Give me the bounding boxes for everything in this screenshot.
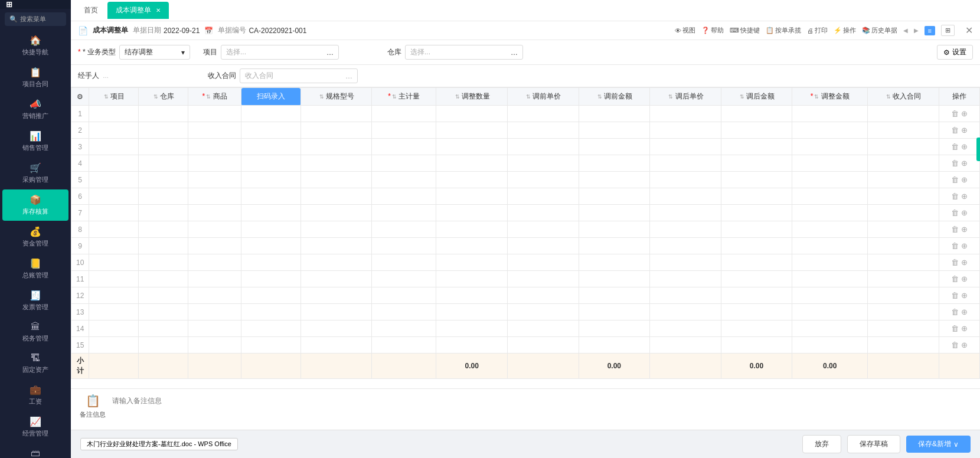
delete-row-btn[interactable]: 🗑 bbox=[951, 208, 959, 217]
delete-row-btn[interactable]: 🗑 bbox=[951, 341, 959, 349]
sidebar-item-inventory[interactable]: 📦库存核算 bbox=[2, 189, 68, 221]
cell-after-price[interactable] bbox=[650, 337, 721, 354]
cell-spectype[interactable] bbox=[300, 139, 372, 155]
cell-scan[interactable] bbox=[241, 106, 300, 122]
cell-income-contract[interactable] bbox=[868, 238, 939, 254]
cell-spectype[interactable] bbox=[300, 205, 372, 221]
cell-warehouse[interactable] bbox=[139, 205, 188, 221]
cell-before-price[interactable] bbox=[507, 122, 579, 139]
sidebar-item-finance[interactable]: 💰资金管理 bbox=[2, 221, 68, 253]
cell-after-amt[interactable] bbox=[721, 320, 792, 337]
sidebar-item-procurement[interactable]: 🛒采购管理 bbox=[2, 158, 68, 189]
sidebar-item-payroll[interactable]: 💼工资 bbox=[2, 380, 68, 411]
delete-row-btn[interactable]: 🗑 bbox=[951, 192, 959, 201]
cell-project[interactable] bbox=[89, 205, 139, 221]
tab-home[interactable]: 首页 bbox=[76, 2, 106, 19]
cell-scan[interactable] bbox=[241, 205, 300, 221]
cell-before-price[interactable] bbox=[507, 287, 579, 304]
cell-qty[interactable] bbox=[436, 320, 508, 337]
cell-income-contract[interactable] bbox=[868, 205, 939, 221]
cell-after-price[interactable] bbox=[650, 155, 721, 172]
copy-row-btn[interactable]: ⊕ bbox=[961, 159, 968, 168]
view-action[interactable]: 👁 视图 bbox=[675, 26, 695, 35]
cell-income-contract[interactable] bbox=[868, 287, 939, 304]
cell-warehouse[interactable] bbox=[139, 238, 188, 254]
cell-qty[interactable] bbox=[436, 304, 508, 320]
cell-product[interactable] bbox=[188, 337, 241, 354]
cell-warehouse[interactable] bbox=[139, 254, 188, 271]
cell-scan[interactable] bbox=[241, 271, 300, 287]
cell-adjust-amt[interactable] bbox=[792, 122, 868, 139]
copy-row-btn[interactable]: ⊕ bbox=[961, 142, 968, 151]
cell-before-amt[interactable] bbox=[579, 254, 650, 271]
cell-scan[interactable] bbox=[241, 221, 300, 238]
cell-warehouse[interactable] bbox=[139, 304, 188, 320]
sidebar-item-quicknav[interactable]: 🏠快捷导航 bbox=[2, 30, 68, 61]
cell-before-amt[interactable] bbox=[579, 238, 650, 254]
cell-before-price[interactable] bbox=[507, 106, 579, 122]
cell-adjust-amt[interactable] bbox=[792, 205, 868, 221]
cell-after-amt[interactable] bbox=[721, 337, 792, 354]
cell-income-contract[interactable] bbox=[868, 271, 939, 287]
cell-income-contract[interactable] bbox=[868, 172, 939, 188]
delete-row-btn[interactable]: 🗑 bbox=[951, 274, 959, 283]
cell-product[interactable] bbox=[188, 238, 241, 254]
cell-unit[interactable] bbox=[372, 304, 436, 320]
cell-before-amt[interactable] bbox=[579, 337, 650, 354]
delete-row-btn[interactable]: 🗑 bbox=[951, 307, 959, 316]
cell-after-amt[interactable] bbox=[721, 238, 792, 254]
cell-project[interactable] bbox=[89, 106, 139, 122]
cell-unit[interactable] bbox=[372, 139, 436, 155]
cell-after-amt[interactable] bbox=[721, 188, 792, 205]
cell-unit[interactable] bbox=[372, 271, 436, 287]
cell-product[interactable] bbox=[188, 106, 241, 122]
cell-before-price[interactable] bbox=[507, 337, 579, 354]
cell-before-price[interactable] bbox=[507, 205, 579, 221]
delete-row-btn[interactable]: 🗑 bbox=[951, 142, 959, 151]
cell-qty[interactable] bbox=[436, 221, 508, 238]
cell-unit[interactable] bbox=[372, 172, 436, 188]
cell-project[interactable] bbox=[89, 221, 139, 238]
cell-scan[interactable] bbox=[241, 287, 300, 304]
history-action[interactable]: 📚 历史单据 bbox=[862, 26, 897, 35]
tab-close-cost-adjust[interactable]: ✕ bbox=[156, 7, 161, 14]
cell-adjust-amt[interactable] bbox=[792, 320, 868, 337]
cell-after-amt[interactable] bbox=[721, 287, 792, 304]
cell-spectype[interactable] bbox=[300, 188, 372, 205]
sidebar-item-marketing[interactable]: 📣营销推广 bbox=[2, 94, 68, 125]
cell-spectype[interactable] bbox=[300, 221, 372, 238]
cell-scan[interactable] bbox=[241, 122, 300, 139]
copy-row-btn[interactable]: ⊕ bbox=[961, 291, 968, 300]
sidebar-item-sales[interactable]: 📊销售管理 bbox=[2, 126, 68, 157]
copy-row-btn[interactable]: ⊕ bbox=[961, 175, 968, 184]
cell-qty[interactable] bbox=[436, 238, 508, 254]
cell-before-amt[interactable] bbox=[579, 304, 650, 320]
sidebar-item-basic[interactable]: 🗃基础信息 bbox=[2, 443, 68, 458]
cell-project[interactable] bbox=[89, 320, 139, 337]
cell-warehouse[interactable] bbox=[139, 155, 188, 172]
cell-qty[interactable] bbox=[436, 205, 508, 221]
cell-unit[interactable] bbox=[372, 205, 436, 221]
notes-input[interactable] bbox=[112, 394, 973, 413]
cell-scan[interactable] bbox=[241, 139, 300, 155]
cell-unit[interactable] bbox=[372, 254, 436, 271]
cell-after-price[interactable] bbox=[650, 304, 721, 320]
cell-income-contract[interactable] bbox=[868, 254, 939, 271]
operation-action[interactable]: ⚡ 操作 bbox=[834, 26, 856, 35]
cell-project[interactable] bbox=[89, 287, 139, 304]
cell-scan[interactable] bbox=[241, 172, 300, 188]
cell-unit[interactable] bbox=[372, 106, 436, 122]
cell-income-contract[interactable] bbox=[868, 221, 939, 238]
copy-row-btn[interactable]: ⊕ bbox=[961, 208, 968, 217]
cell-before-amt[interactable] bbox=[579, 122, 650, 139]
cell-after-amt[interactable] bbox=[721, 205, 792, 221]
cell-project[interactable] bbox=[89, 337, 139, 354]
delete-row-btn[interactable]: 🗑 bbox=[951, 241, 959, 250]
cell-unit[interactable] bbox=[372, 238, 436, 254]
cell-spectype[interactable] bbox=[300, 238, 372, 254]
cell-product[interactable] bbox=[188, 155, 241, 172]
cell-income-contract[interactable] bbox=[868, 122, 939, 139]
cell-adjust-amt[interactable] bbox=[792, 172, 868, 188]
cell-warehouse[interactable] bbox=[139, 106, 188, 122]
cell-after-price[interactable] bbox=[650, 205, 721, 221]
